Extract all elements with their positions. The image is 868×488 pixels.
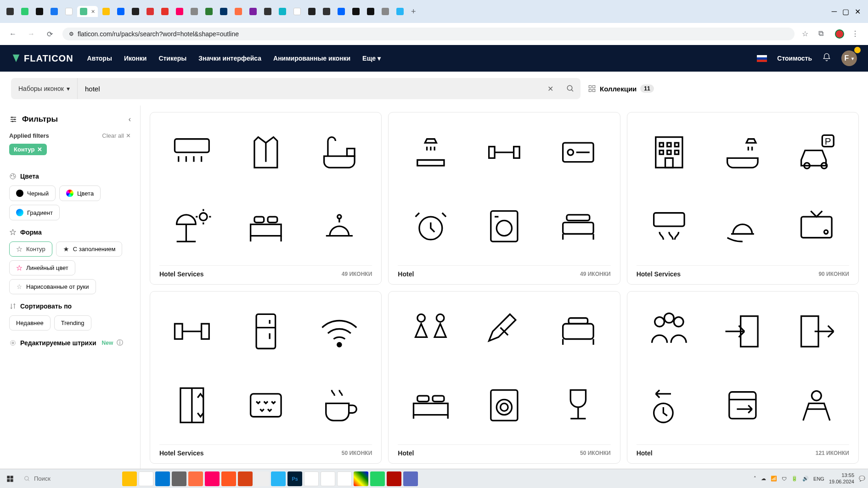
window-minimize-icon[interactable]: ─ (832, 7, 837, 16)
taskbar-app[interactable] (238, 471, 253, 486)
taskbar-app[interactable] (172, 471, 186, 486)
notifications-button[interactable] (822, 53, 831, 64)
browser-tab[interactable] (232, 6, 245, 17)
pack-card[interactable]: Hotel121 ИКОНКИ (627, 291, 859, 464)
pack-card[interactable]: Hotel49 ИКОНКИ (388, 112, 620, 285)
tray-chevron-icon[interactable]: ˄ (754, 476, 756, 482)
browser-tab[interactable] (394, 6, 406, 17)
taskbar-app[interactable] (387, 471, 401, 486)
chip-remove-icon[interactable]: ✕ (37, 146, 42, 153)
tray-notifications-icon[interactable]: 💬 (859, 476, 865, 482)
clear-all-button[interactable]: Clear all ✕ (102, 132, 131, 139)
tab-close-icon[interactable]: ✕ (91, 9, 95, 15)
taskbar-app[interactable] (403, 471, 418, 486)
window-close-icon[interactable]: ✕ (855, 7, 861, 16)
sort-recent[interactable]: Недавнее (9, 315, 51, 331)
language-flag-ru[interactable] (757, 55, 767, 62)
tray-icon[interactable]: ☁ (761, 476, 766, 482)
color-filter-gradient[interactable]: Градиент (9, 205, 60, 220)
taskbar-app[interactable] (254, 471, 269, 486)
taskbar-app[interactable] (221, 471, 236, 486)
taskbar-app[interactable] (304, 471, 319, 486)
browser-tab[interactable] (335, 6, 348, 17)
pack-card[interactable]: Hotel Services50 ИКОНКИ (150, 291, 382, 464)
browser-tab[interactable] (18, 6, 31, 17)
forward-button[interactable]: → (26, 28, 37, 39)
user-avatar[interactable]: F ▾ (841, 50, 857, 66)
browser-tab[interactable] (203, 6, 215, 17)
shape-filter-linear-color[interactable]: Линейный цвет (9, 260, 75, 275)
info-icon[interactable]: ⓘ (117, 339, 123, 347)
browser-tab[interactable] (62, 6, 75, 17)
browser-tab-active[interactable]: ✕ (77, 6, 98, 17)
nav-interface-icons[interactable]: Значки интерфейса (198, 55, 261, 62)
browser-tab[interactable] (276, 6, 289, 17)
nav-more[interactable]: Еще ▾ (362, 55, 381, 62)
back-button[interactable]: ← (7, 28, 18, 39)
taskbar-app[interactable] (354, 471, 368, 486)
bookmark-star-icon[interactable]: ☆ (802, 29, 811, 39)
browser-tab[interactable] (349, 6, 362, 17)
taskbar-app[interactable] (139, 471, 153, 486)
browser-tab[interactable] (144, 6, 157, 17)
editable-strokes-row[interactable]: Редактируемые штрихи New ⓘ (9, 339, 131, 347)
search-input[interactable] (78, 78, 540, 99)
collapse-sidebar-button[interactable]: ‹ (129, 115, 131, 123)
shape-filter-hand-drawn[interactable]: Нарисованные от руки (9, 279, 96, 294)
taskbar-app[interactable] (337, 471, 352, 486)
sort-trending[interactable]: Trending (54, 315, 91, 331)
pricing-link[interactable]: Стоимость (777, 55, 812, 62)
reload-button[interactable]: ⟳ (44, 28, 55, 39)
browser-tab[interactable] (129, 6, 142, 17)
taskbar-app[interactable] (205, 471, 220, 486)
taskbar-app[interactable] (188, 471, 203, 486)
nav-animated-icons[interactable]: Анимированные иконки (273, 55, 350, 62)
browser-tab[interactable] (320, 6, 333, 17)
browser-tab[interactable] (217, 6, 230, 17)
taskbar-app[interactable] (321, 471, 335, 486)
browser-tab[interactable] (33, 6, 46, 17)
browser-tab[interactable] (114, 6, 127, 17)
browser-tab[interactable] (4, 6, 17, 17)
taskbar-clock[interactable]: 13:55 19.06.2024 (829, 472, 854, 484)
taskbar-search[interactable]: Поиск (19, 475, 120, 482)
browser-tab[interactable] (188, 6, 201, 17)
filter-chip-outline[interactable]: Контур✕ (9, 144, 47, 155)
site-info-icon[interactable]: ⚙ (69, 31, 74, 37)
tray-icon[interactable]: 🛡 (782, 476, 787, 482)
browser-tab[interactable] (158, 6, 171, 17)
new-tab-button[interactable]: + (408, 5, 419, 18)
search-type-dropdown[interactable]: Наборы иконок ▾ (11, 78, 78, 99)
browser-tab[interactable] (305, 6, 318, 17)
flaticon-logo[interactable]: FLATICON (11, 53, 73, 64)
menu-icon[interactable]: ⋮ (851, 29, 861, 39)
taskbar-app[interactable] (271, 471, 286, 486)
search-clear-button[interactable]: ✕ (540, 78, 560, 99)
browser-tab[interactable] (291, 6, 304, 17)
taskbar-app[interactable]: Ps (287, 471, 302, 486)
browser-tab[interactable] (48, 6, 61, 17)
shape-filter-outline[interactable]: Контур (9, 241, 52, 257)
pack-card[interactable]: P Hotel Services90 ИКОНКИ (627, 112, 859, 285)
extensions-icon[interactable]: ⧉ (818, 29, 828, 39)
tray-wifi-icon[interactable]: 📶 (771, 476, 777, 482)
nav-icons[interactable]: Иконки (124, 55, 147, 62)
browser-tab[interactable] (364, 6, 377, 17)
browser-tab[interactable] (247, 6, 259, 17)
tray-volume-icon[interactable]: 🔊 (802, 476, 809, 482)
color-filter-black[interactable]: Черный (9, 185, 56, 201)
browser-tab[interactable] (261, 6, 274, 17)
collections-button[interactable]: Коллекции 11 (588, 84, 654, 93)
browser-tab[interactable] (173, 6, 186, 17)
taskbar-app[interactable] (370, 471, 385, 486)
url-field[interactable]: ⚙ flaticon.com/ru/packs/search?word=hote… (62, 28, 795, 40)
color-filter-colors[interactable]: Цвета (59, 185, 101, 201)
window-maximize-icon[interactable]: ▢ (842, 7, 849, 16)
search-submit-button[interactable] (560, 78, 581, 99)
pack-card[interactable]: Hotel Services49 ИКОНКИ (150, 112, 382, 285)
pack-card[interactable]: Hotel50 ИКОНКИ (388, 291, 620, 464)
shape-filter-filled[interactable]: С заполнением (56, 241, 123, 257)
start-button[interactable] (3, 471, 17, 486)
profile-icon[interactable] (835, 29, 844, 39)
nav-authors[interactable]: Авторы (87, 55, 112, 62)
